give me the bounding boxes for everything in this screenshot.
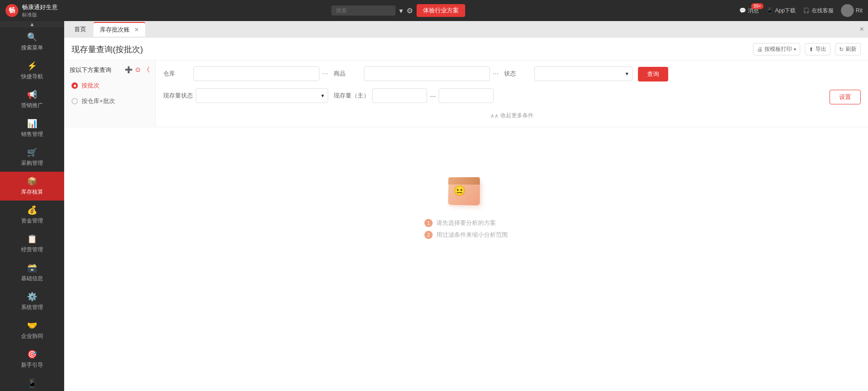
sidebar-item-app-center[interactable]: 📱 应用中心 <box>0 374 64 391</box>
collapse-filter-icon[interactable]: 《 <box>143 66 150 74</box>
sidebar-label-finance: 资金管理 <box>21 217 43 225</box>
sidebar-label-enterprise: 企业协同 <box>21 332 43 340</box>
stock-qty-label: 现存量（主） <box>334 92 369 100</box>
sidebar-item-quick-nav[interactable]: ⚡ 快捷导航 <box>0 56 64 85</box>
finance-icon: 💰 <box>27 205 37 215</box>
collapse-btn[interactable]: ∧∧ 收起更多条件 <box>163 110 861 121</box>
sidebar-item-sales[interactable]: 📊 销售管理 <box>0 114 64 143</box>
warehouse-label: 仓库 <box>163 70 191 78</box>
app-version: 标准版 <box>22 11 58 18</box>
sidebar-label-purchase: 采购管理 <box>21 159 43 167</box>
sidebar-item-marketing[interactable]: 📢 营销推广 <box>0 85 64 114</box>
user-info[interactable]: Rit <box>841 4 863 17</box>
filter-option-by-warehouse-batch[interactable]: 按仓库+批次 <box>64 93 155 109</box>
product-label: 商品 <box>334 70 361 78</box>
warehouse-field: 仓库 ··· <box>163 66 328 81</box>
topbar-left: 畅 畅康通好生意 标准版 <box>5 3 58 18</box>
tab-close-all-icon[interactable]: ✕ <box>859 26 864 33</box>
query-btn[interactable]: 查询 <box>638 67 668 81</box>
empty-steps: 1 请先选择要分析的方案 2 用过滤条件来缩小分析范围 <box>424 217 508 241</box>
filter-sidebar-icons: ➕ ⊙ 《 <box>125 66 150 74</box>
sidebar-scroll-up[interactable]: ▲ <box>0 21 64 27</box>
stock-status-select[interactable]: ▾ <box>196 88 328 103</box>
app-logo: 畅 <box>5 4 18 17</box>
online-service-btn[interactable]: 🎧 在线客服 <box>803 7 834 15</box>
global-search-input[interactable] <box>331 5 396 16</box>
status-label: 状态 <box>504 70 532 78</box>
filter-row-2: 现存量状态 ▾ 现存量（主） — <box>163 87 861 104</box>
tab-home[interactable]: 首页 <box>68 22 93 37</box>
radio-by-warehouse-batch <box>71 98 78 104</box>
sidebar-item-finance[interactable]: 💰 资金管理 <box>0 201 64 229</box>
status-select-chevron: ▾ <box>626 71 628 77</box>
sidebar-item-operations[interactable]: 📋 经营管理 <box>0 229 64 258</box>
sidebar-item-system[interactable]: ⚙️ 系统管理 <box>0 287 64 316</box>
system-icon: ⚙️ <box>27 292 37 302</box>
empty-step-2: 2 用过滤条件来缩小分析范围 <box>424 229 508 241</box>
search-dropdown-btn[interactable]: ▾ <box>399 6 403 15</box>
add-scheme-icon[interactable]: ➕ <box>125 66 132 74</box>
page-header-actions: 🖨 按模板打印 ▾ ⬆ 导出 ↻ 刷新 <box>753 43 861 55</box>
print-template-btn[interactable]: 🖨 按模板打印 ▾ <box>753 43 800 55</box>
sidebar-item-enterprise[interactable]: 🤝 企业协同 <box>0 316 64 345</box>
filter-sidebar-header: 按以下方案查询 ➕ ⊙ 《 <box>64 66 155 78</box>
app-download-btn[interactable]: 📱 App下载 <box>766 7 796 15</box>
stock-qty-max-input[interactable] <box>439 88 494 103</box>
newbie-icon: 🎯 <box>27 349 37 359</box>
tab-bar: 首页 库存批次账 ✕ ✕ <box>64 21 868 38</box>
tab-close-icon[interactable]: ✕ <box>134 27 139 33</box>
topbar-center: ▾ ⚙ 体验行业方案 <box>331 4 465 17</box>
filter-panel: 按以下方案查询 ➕ ⊙ 《 按批次 <box>64 60 868 127</box>
sidebar-item-search-menu[interactable]: 🔍 搜索菜单 <box>0 27 64 56</box>
sidebar-item-purchase[interactable]: 🛒 采购管理 <box>0 143 64 172</box>
app-center-icon: 📱 <box>27 378 37 388</box>
user-avatar <box>841 4 854 17</box>
stock-qty-min-input[interactable] <box>372 88 427 103</box>
filter-option-by-batch[interactable]: 按批次 <box>64 78 155 93</box>
product-input[interactable] <box>364 66 490 81</box>
action-col-2: 设置 <box>830 87 861 104</box>
filter-main: 仓库 ··· 商品 ··· 状态 <box>156 60 868 127</box>
print-chevron-icon: ▾ <box>794 47 796 52</box>
filter-sidebar: 按以下方案查询 ➕ ⊙ 《 按批次 <box>64 60 156 127</box>
filter-option-by-batch-label: 按批次 <box>82 81 99 90</box>
inventory-icon: 📦 <box>27 176 37 186</box>
filter-sidebar-title: 按以下方案查询 <box>70 66 111 74</box>
content-area: 首页 库存批次账 ✕ ✕ 现存量查询(按批次) 🖨 按模板打印 ▾ <box>64 21 868 391</box>
sidebar-label-sales: 销售管理 <box>21 130 43 138</box>
sidebar-label-newbie: 新手引导 <box>21 361 43 369</box>
refresh-btn[interactable]: ↻ 刷新 <box>835 43 861 55</box>
edit-scheme-icon[interactable]: ⊙ <box>135 66 141 74</box>
tab-inventory-batch[interactable]: 库存批次账 ✕ <box>93 22 145 37</box>
warehouse-more-icon[interactable]: ··· <box>322 70 328 78</box>
sidebar-label-quick-nav: 快捷导航 <box>21 73 43 81</box>
trial-btn[interactable]: 体验行业方案 <box>417 4 465 17</box>
empty-state: 😐 1 请先选择要分析的方案 2 用过滤条件来缩小分析范围 <box>64 127 868 277</box>
export-btn[interactable]: ⬆ 导出 <box>805 43 830 55</box>
setup-btn[interactable]: 设置 <box>830 90 861 104</box>
stock-status-label: 现存量状态 <box>163 92 193 100</box>
status-select[interactable]: ▾ <box>534 66 632 81</box>
print-icon: 🖨 <box>757 46 763 53</box>
sidebar-label-system: 系统管理 <box>21 304 43 311</box>
collapse-label: 收起更多条件 <box>500 112 533 119</box>
warehouse-input[interactable] <box>193 66 319 81</box>
range-separator: — <box>430 92 436 99</box>
sales-icon: 📊 <box>27 119 37 129</box>
topbar-settings-btn[interactable]: ⚙ <box>407 6 413 15</box>
sidebar-item-basic-info[interactable]: 🗃️ 基础信息 <box>0 258 64 287</box>
action-col: 查询 <box>638 66 668 81</box>
sidebar-label-inventory: 库存核算 <box>21 188 43 196</box>
sidebar-item-newbie[interactable]: 🎯 新手引导 <box>0 345 64 374</box>
sidebar-item-inventory[interactable]: 📦 库存核算 <box>0 172 64 201</box>
message-btn[interactable]: 💬 消息 99+ <box>739 7 759 15</box>
stock-qty-range: — <box>372 88 499 103</box>
user-name: Rit <box>856 7 863 14</box>
refresh-icon: ↻ <box>839 46 844 53</box>
search-menu-icon: 🔍 <box>27 32 37 42</box>
product-more-icon[interactable]: ··· <box>493 70 499 78</box>
status-field: 状态 ▾ <box>504 66 632 81</box>
topbar: 畅 畅康通好生意 标准版 ▾ ⚙ 体验行业方案 💬 消息 99+ 📱 App下载… <box>0 0 868 21</box>
collapse-chevron-icon: ∧∧ <box>490 113 499 119</box>
filter-row-1: 仓库 ··· 商品 ··· 状态 <box>163 66 861 81</box>
